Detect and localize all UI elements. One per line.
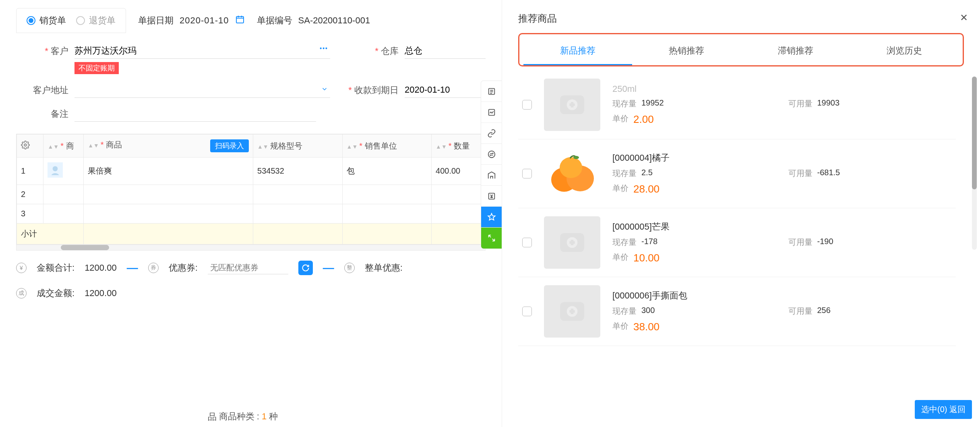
product-title: [0000006]手撕面包 (612, 290, 952, 302)
variety-unit: 种 (269, 411, 278, 421)
toolbar-link-icon[interactable] (481, 123, 502, 144)
stock-label: 现存量 (612, 306, 637, 317)
avail-label: 可用量 (788, 98, 813, 109)
avail-label: 可用量 (788, 168, 813, 179)
customer-tag: 不固定账期 (74, 62, 119, 74)
stock-label: 现存量 (612, 168, 637, 179)
svg-rect-0 (236, 17, 244, 23)
warehouse-input[interactable] (405, 43, 486, 59)
remark-input[interactable] (74, 106, 316, 122)
row-qty[interactable] (432, 185, 485, 204)
table-row[interactable]: 1果倍爽534532包400.00 (17, 158, 485, 185)
warehouse-row: 仓库 (346, 43, 486, 74)
product-row: [0000004]橘子现存量2.5可用量-681.5单价28.00 (518, 139, 956, 208)
row-unit[interactable] (342, 185, 432, 204)
col-unit[interactable]: ▲▼* 销售单位 (342, 135, 432, 158)
toolbar-list-icon[interactable] (481, 81, 502, 102)
row-spec[interactable]: 534532 (253, 158, 343, 185)
product-checkbox[interactable] (522, 169, 532, 178)
toolbar-exchange-icon[interactable] (481, 144, 502, 165)
scan-input-button[interactable]: 扫码录入 (210, 139, 249, 152)
deal-value: 1200.00 (85, 288, 117, 298)
toolbar-yen-icon[interactable] (481, 186, 502, 207)
row-spec[interactable] (253, 204, 343, 224)
avail-value: 19903 (817, 98, 840, 109)
product-checkbox[interactable] (522, 100, 532, 110)
table-row[interactable]: 3 (17, 204, 485, 224)
ellipsis-icon[interactable]: ••• (320, 45, 328, 52)
selected-return-button[interactable]: 选中(0) 返回 (915, 400, 972, 419)
col-product[interactable]: ▲▼* 商品 扫码录入 (84, 135, 253, 158)
totals-row-2: 成 成交金额: 1200.00 (16, 287, 502, 299)
order-type-group: 销货单 退货单 (16, 8, 126, 33)
totals-row-1: ¥ 金额合计: 1200.00 — 券 优惠券: — 整 整单优惠: (16, 261, 502, 275)
gear-column[interactable] (17, 135, 43, 158)
discount-icon: 整 (344, 263, 355, 273)
row-product-name[interactable] (84, 204, 253, 224)
avail-value: -190 (817, 237, 833, 248)
date-label: 单据日期 (138, 15, 174, 27)
radio-icon (27, 16, 35, 25)
table-row[interactable]: 2 (17, 185, 485, 204)
svg-point-12 (560, 157, 582, 178)
row-thumbnail (43, 204, 84, 224)
tab-new[interactable]: 新品推荐 (523, 37, 632, 65)
date-value[interactable]: 2020-01-10 (180, 15, 229, 26)
radio-return-order[interactable]: 退货单 (76, 15, 116, 27)
toolbar-star-icon[interactable] (481, 207, 502, 228)
product-title: [0000004]橘子 (612, 152, 952, 164)
tab-slow[interactable]: 滞销推荐 (741, 37, 850, 65)
coupon-icon: 券 (148, 263, 159, 273)
row-product-name[interactable] (84, 185, 253, 204)
row-qty[interactable] (432, 204, 485, 224)
coupon-label: 优惠券: (169, 262, 198, 274)
stock-value: 300 (641, 306, 655, 317)
product-list[interactable]: 250ml现存量19952可用量19903单价2.00[0000004]橘子现存… (518, 70, 964, 393)
price-value: 10.00 (633, 252, 660, 264)
product-info: [0000005]芒果现存量-178可用量-190单价10.00 (612, 221, 952, 264)
stock-value: -178 (641, 237, 657, 248)
address-input[interactable] (74, 82, 330, 98)
product-info: [0000006]手撕面包现存量300可用量256单价38.00 (612, 290, 952, 333)
product-checkbox[interactable] (522, 238, 532, 247)
calendar-icon[interactable] (235, 15, 245, 27)
svg-point-1 (24, 144, 27, 146)
row-unit[interactable]: 包 (342, 158, 432, 185)
avail-value: -681.5 (817, 168, 840, 179)
toolbar-expand-icon[interactable] (481, 228, 502, 249)
radio-sales-order[interactable]: 销货单 (27, 15, 66, 27)
avail-label: 可用量 (788, 237, 813, 248)
chevron-down-icon[interactable] (321, 85, 328, 94)
yen-icon: ¥ (16, 263, 27, 273)
toolbar-building-icon[interactable] (481, 165, 502, 186)
line-items-table: ▲▼* 商 ▲▼* 商品 扫码录入 ▲▼规格型号 ▲▼* 销售单位 ▲▼* 数量… (16, 134, 486, 245)
vertical-scrollbar[interactable] (972, 77, 977, 250)
customer-input[interactable] (74, 43, 330, 59)
row-index: 2 (17, 185, 43, 204)
col-qty[interactable]: ▲▼* 数量 (432, 135, 485, 158)
row-qty[interactable]: 400.00 (432, 158, 485, 185)
rec-tabs: 新品推荐 热销推荐 滞销推荐 浏览历史 (523, 37, 959, 65)
subtotal-label: 小计 (17, 224, 84, 245)
toolbar-chart-icon[interactable] (481, 102, 502, 123)
price-value: 38.00 (633, 321, 660, 333)
due-date-input[interactable] (405, 82, 486, 98)
horizontal-scrollbar[interactable] (16, 245, 486, 251)
product-checkbox[interactable] (522, 307, 532, 316)
tab-history[interactable]: 浏览历史 (850, 37, 959, 65)
close-icon[interactable]: ✕ (960, 12, 968, 23)
product-title: [0000005]芒果 (612, 221, 952, 233)
row-product-name[interactable]: 果倍爽 (84, 158, 253, 185)
coupon-input[interactable] (208, 261, 288, 274)
row-thumbnail (43, 158, 84, 185)
price-label: 单价 (612, 183, 629, 195)
tab-hot[interactable]: 热销推荐 (632, 37, 741, 65)
row-spec[interactable] (253, 185, 343, 204)
col-icon[interactable]: ▲▼* 商 (43, 135, 84, 158)
refresh-button[interactable] (298, 261, 313, 275)
col-spec[interactable]: ▲▼规格型号 (253, 135, 343, 158)
stock-label: 现存量 (612, 237, 637, 248)
row-unit[interactable] (342, 204, 432, 224)
tab-highlight-box: 新品推荐 热销推荐 滞销推荐 浏览历史 (518, 33, 964, 66)
remark-row: 备注 (16, 106, 486, 122)
